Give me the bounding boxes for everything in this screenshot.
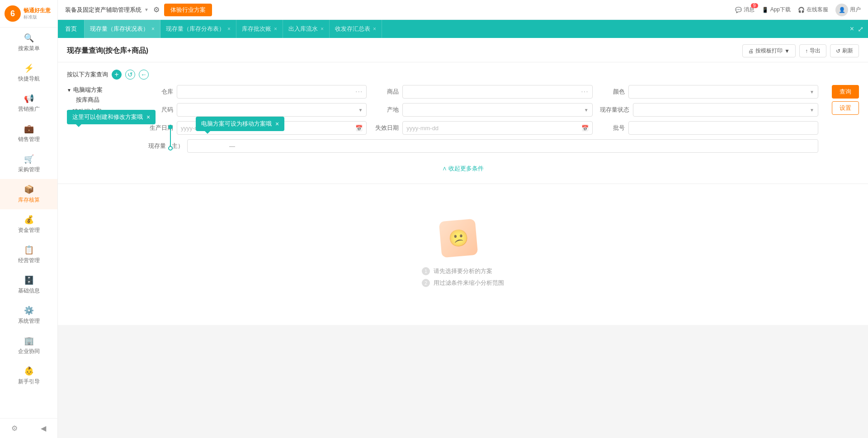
header-settings-btn[interactable]: ⚙ (153, 5, 160, 14)
collapse-sidebar-btn[interactable]: ◀ (41, 424, 46, 433)
page-title: 现存量查询(按仓库+商品) (67, 46, 148, 56)
quantity-range[interactable]: — (187, 139, 818, 153)
sidebar-item-operations[interactable]: 📋 经营管理 (0, 240, 57, 270)
goods-select[interactable]: ··· (402, 85, 592, 99)
sidebar-item-guide[interactable]: 👶 新手引导 (0, 361, 57, 391)
close-tab-btn[interactable]: × (850, 25, 854, 33)
marketing-icon: 📢 (24, 94, 34, 104)
app-selector[interactable]: 装备及固定资产辅助管理系统 ▼ (65, 6, 149, 14)
sidebar-item-system[interactable]: ⚙️ 系统管理 (0, 300, 57, 330)
close-icon[interactable]: × (373, 26, 376, 32)
tooltip-close-btn[interactable]: × (146, 113, 150, 121)
status-select[interactable]: ▼ (633, 103, 818, 117)
print-btn[interactable]: 🖨 按模板打印 ▼ (742, 44, 796, 57)
query-buttons: 查询 设置 (832, 85, 859, 115)
timeline-line (170, 125, 171, 147)
online-support-item[interactable]: 🎧 在线客服 (798, 6, 828, 14)
tooltip-close-btn[interactable]: × (275, 120, 279, 127)
chevron-down-icon: ▼ (810, 89, 814, 94)
app-download-item[interactable]: 📱 App下载 (762, 6, 791, 14)
step-num-2: 2 (422, 279, 430, 287)
notification-item[interactable]: 💬 消息 9 (735, 6, 755, 14)
color-select[interactable]: ▼ (628, 85, 818, 99)
trial-button[interactable]: 体验行业方案 (164, 4, 212, 16)
close-icon[interactable]: × (321, 26, 324, 32)
date-placeholder: yyyy-mm-dd (406, 125, 439, 132)
tab-home[interactable]: 首页 (58, 20, 85, 38)
back-scheme-btn[interactable]: ← (139, 70, 149, 80)
content-area: 现存量查询(按仓库+商品) 🖨 按模板打印 ▼ ↑ 导出 ↺ 刷新 (58, 38, 868, 438)
sidebar-item-marketing[interactable]: 📢 营销推广 (0, 88, 57, 118)
step-num-1: 1 (422, 267, 430, 275)
refresh-btn[interactable]: ↺ 刷新 (830, 44, 859, 57)
size-select[interactable]: ▼ (177, 103, 367, 117)
chevron-down-icon: ▼ (144, 7, 149, 12)
filter-size-row: 尺码 ▼ (148, 103, 367, 117)
sidebar-item-sales[interactable]: 💼 销售管理 (0, 118, 57, 149)
sidebar-bottom: ⚙ ◀ (0, 418, 57, 438)
expand-icon: ▼ (67, 88, 71, 93)
step-2-text: 用过滤条件来缩小分析范围 (434, 277, 504, 289)
pc-scheme-node[interactable]: ▼ 电脑端方案 (67, 85, 139, 95)
guide-icon: 👶 (24, 366, 34, 376)
more-icon: ··· (581, 88, 588, 96)
tab-batch[interactable]: 库存批次账 × (236, 20, 283, 38)
sidebar-item-inventory[interactable]: 📦 库存核算 (0, 179, 57, 209)
sidebar-item-purchase[interactable]: 🛒 采购管理 (0, 149, 57, 179)
chevron-down-icon: ▼ (784, 48, 790, 54)
logo-icon: 6 (5, 5, 21, 22)
sidebar-item-base[interactable]: 🗄️ 基础信息 (0, 270, 57, 300)
user-item[interactable]: 👤 用户 (835, 4, 861, 16)
sub-scheme-node[interactable]: 按库商品 (67, 95, 139, 105)
sidebar: 6 畅通好生意 标准版 🔍 搜索菜单 ⚡ 快捷导航 📢 营销推广 💼 销售管理 … (0, 0, 58, 438)
sales-icon: 💼 (24, 124, 34, 134)
quantity-max-input[interactable] (237, 143, 273, 150)
collapse-more-btn[interactable]: ∧ 收起更多条件 (67, 161, 859, 176)
origin-select[interactable]: ▼ (402, 103, 592, 117)
support-icon: 🎧 (798, 7, 805, 13)
close-icon[interactable]: × (151, 26, 155, 32)
settings-button[interactable]: 设置 (832, 101, 859, 115)
close-icon[interactable]: × (227, 26, 231, 32)
filter-goods-row: 商品 ··· (374, 85, 592, 99)
sidebar-item-nav[interactable]: ⚡ 快捷导航 (0, 58, 57, 88)
tooltip-text: 这里可以创建和修改方案哦 (72, 113, 143, 121)
download-icon: 📱 (762, 7, 769, 13)
sidebar-item-search[interactable]: 🔍 搜索菜单 (0, 28, 57, 58)
inventory-icon: 📦 (24, 184, 34, 194)
filter-area: 按以下方案查询 + ↺ ← 电脑方案可设为移动方案哦 × ▼ 电脑端方案 (58, 62, 868, 184)
chevron-up-icon: ∧ (442, 165, 447, 172)
main-area: 装备及固定资产辅助管理系统 ▼ ⚙ 体验行业方案 💬 消息 9 📱 App下载 … (58, 0, 868, 438)
base-icon: 🗄️ (24, 275, 34, 285)
tab-inout[interactable]: 出入库流水 × (283, 20, 330, 38)
tab-inventory-dist[interactable]: 现存量（库存分布表） × (160, 20, 236, 38)
settings-bottom-btn[interactable]: ⚙ (11, 424, 18, 433)
enterprise-icon: 🏢 (24, 336, 34, 346)
sidebar-item-finance[interactable]: 💰 资金管理 (0, 209, 57, 240)
expand-tab-btn[interactable]: ⤢ (858, 25, 863, 33)
sidebar-item-label: 采购管理 (18, 166, 40, 174)
operations-icon: 📋 (24, 245, 34, 255)
warehouse-select[interactable]: ··· (177, 85, 367, 99)
empty-icon: 😕 (440, 220, 486, 256)
export-btn[interactable]: ↑ 导出 (799, 44, 826, 57)
batch-input[interactable] (628, 121, 818, 135)
filter-status-row: 现存量状态 ▼ (600, 103, 818, 117)
calendar-icon: 📅 (581, 125, 589, 132)
expiry-date-input[interactable]: yyyy-mm-dd 📅 (402, 121, 592, 135)
system-icon: ⚙️ (24, 306, 34, 316)
refresh-icon: ↺ (836, 48, 840, 54)
empty-step-1: 1 请先选择要分析的方案 (422, 265, 504, 277)
filter-batch-row: 批号 (600, 121, 818, 135)
expiry-date-label: 失效日期 (374, 124, 399, 132)
tab-inventory-status[interactable]: 现存量（库存状况表） × (85, 20, 160, 38)
quantity-min-input[interactable] (191, 143, 227, 150)
tab-summary[interactable]: 收发存汇总表 × (330, 20, 382, 38)
sidebar-item-enterprise[interactable]: 🏢 企业协同 (0, 330, 57, 361)
tooltip-create-modify-scheme: 这里可以创建和修改方案哦 × (67, 110, 156, 124)
add-scheme-btn[interactable]: + (112, 70, 122, 80)
close-icon[interactable]: × (274, 26, 277, 32)
query-button[interactable]: 查询 (832, 85, 859, 99)
refresh-scheme-btn[interactable]: ↺ (125, 70, 135, 80)
tooltip-pc-to-mobile: 电脑方案可设为移动方案哦 × (196, 117, 284, 131)
